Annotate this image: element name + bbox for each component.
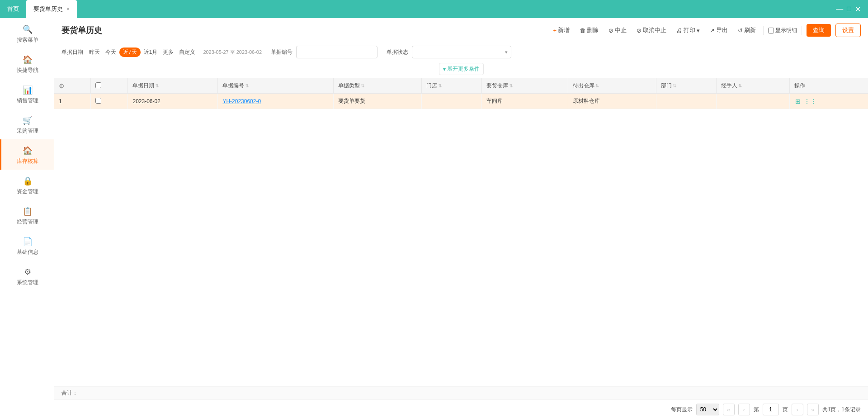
col-bill-no[interactable]: 单据编号⇅ bbox=[218, 78, 333, 94]
minimize-icon[interactable]: — bbox=[836, 5, 843, 13]
tab-close-icon[interactable]: × bbox=[66, 6, 70, 12]
row-checkbox[interactable] bbox=[95, 98, 101, 104]
table-footer: 合计： bbox=[54, 386, 868, 400]
row-more-icon[interactable]: ⋮⋮ bbox=[804, 98, 816, 105]
footer-total-label: 合计： bbox=[61, 389, 78, 397]
cell-handler bbox=[717, 94, 790, 109]
show-detail-label[interactable]: 显示明细 bbox=[768, 27, 797, 34]
sidebar-item-label: 销售管理 bbox=[17, 97, 38, 105]
query-button[interactable]: 查询 bbox=[807, 24, 831, 37]
next-page-button[interactable]: › bbox=[792, 404, 803, 415]
date-btn-1month[interactable]: 近1月 bbox=[142, 48, 160, 57]
cancel-stop-button[interactable]: ⊘ 取消中止 bbox=[634, 24, 669, 36]
sidebar-item-search-menu[interactable]: 🔍 搜索菜单 bbox=[0, 18, 54, 48]
operations-icon: 📋 bbox=[23, 206, 33, 216]
sidebar-item-system[interactable]: ⚙ 系统管理 bbox=[0, 261, 54, 291]
print-button[interactable]: 🖨 打印 ▾ bbox=[674, 24, 703, 36]
print-arrow-icon: ▾ bbox=[697, 27, 700, 34]
sidebar-item-quick-nav[interactable]: 🏠 快捷导航 bbox=[0, 48, 54, 79]
cell-wait-warehouse: 原材料仓库 bbox=[568, 94, 656, 109]
status-filter-group: 单据状态 bbox=[387, 46, 511, 58]
sidebar-item-label: 库存核算 bbox=[17, 157, 38, 165]
refresh-button[interactable]: ↺ 刷新 bbox=[735, 24, 759, 36]
col-date[interactable]: 单据日期⇅ bbox=[128, 78, 218, 94]
page-number-input[interactable] bbox=[763, 404, 779, 415]
new-label: 新增 bbox=[558, 26, 570, 34]
col-wait-warehouse[interactable]: 待出仓库⇅ bbox=[568, 78, 656, 94]
bill-no-input[interactable] bbox=[296, 46, 377, 58]
show-detail-text: 显示明细 bbox=[775, 27, 797, 34]
stop-button[interactable]: ⊘ 中止 bbox=[606, 24, 629, 36]
export-icon: ↗ bbox=[710, 27, 715, 34]
col-bill-type[interactable]: 单据类型⇅ bbox=[333, 78, 422, 94]
table-body: 1 2023-06-02 YH-20230602-0 要货单要货 车间库 原材料… bbox=[54, 94, 868, 109]
show-detail-checkbox[interactable] bbox=[768, 28, 774, 33]
delete-label: 删除 bbox=[587, 26, 599, 34]
sidebar: 🔍 搜索菜单 🏠 快捷导航 📊 销售管理 🛒 采购管理 🏠 库存核算 🔒 资金管… bbox=[0, 18, 54, 419]
refresh-icon: ↺ bbox=[738, 27, 743, 34]
bill-no-label: 单据编号 bbox=[271, 48, 292, 56]
date-btn-today[interactable]: 今天 bbox=[103, 48, 118, 57]
sidebar-item-label: 经营管理 bbox=[17, 218, 38, 226]
sidebar-item-finance[interactable]: 🔒 资金管理 bbox=[0, 170, 54, 200]
maximize-icon[interactable]: □ bbox=[847, 5, 851, 13]
col-settings[interactable]: ⚙ bbox=[54, 78, 91, 94]
page-header: 要货单历史 + 新增 🗑 删除 ⊘ 中止 ⊘ 取消中止 bbox=[54, 18, 868, 41]
date-btn-yesterday[interactable]: 昨天 bbox=[87, 48, 102, 57]
tab-bar: 首页 要货单历史 × bbox=[0, 0, 836, 18]
date-btn-custom[interactable]: 自定义 bbox=[177, 48, 198, 57]
date-btn-7days[interactable]: 近7天 bbox=[119, 48, 141, 57]
refresh-label: 刷新 bbox=[744, 26, 756, 34]
sidebar-item-operations[interactable]: 📋 经营管理 bbox=[0, 200, 54, 230]
col-action: 操作 bbox=[789, 78, 868, 94]
total-records-text: 共1页，1条记录 bbox=[822, 406, 861, 414]
print-icon: 🖨 bbox=[676, 27, 682, 34]
sidebar-item-sales[interactable]: 📊 销售管理 bbox=[0, 79, 54, 109]
bill-no-link[interactable]: YH-20230602-0 bbox=[222, 98, 261, 105]
prev-page-button[interactable]: ‹ bbox=[738, 404, 750, 415]
page-title: 要货单历史 bbox=[61, 25, 102, 36]
settings-button[interactable]: 设置 bbox=[835, 24, 861, 37]
delete-button[interactable]: 🗑 删除 bbox=[577, 24, 601, 36]
new-button[interactable]: + 新增 bbox=[550, 24, 572, 36]
last-page-button[interactable]: » bbox=[807, 404, 819, 415]
col-dept[interactable]: 部门⇅ bbox=[656, 78, 717, 94]
tab-home[interactable]: 首页 bbox=[0, 0, 26, 18]
cell-checkbox bbox=[91, 94, 128, 109]
sidebar-item-inventory[interactable]: 🏠 库存核算 bbox=[0, 139, 54, 170]
expand-conditions-button[interactable]: ▾ 展开更多条件 bbox=[439, 63, 484, 75]
filter-row: 单据日期 昨天 今天 近7天 近1月 更多 自定义 2023-05-27 至 2… bbox=[61, 46, 861, 58]
content-area: 要货单历史 + 新增 🗑 删除 ⊘ 中止 ⊘ 取消中止 bbox=[54, 18, 868, 419]
settings-label: 设置 bbox=[842, 26, 854, 34]
close-icon[interactable]: ✕ bbox=[855, 5, 861, 14]
per-page-select[interactable]: 50 100 200 bbox=[696, 404, 719, 415]
col-handler[interactable]: 经手人⇅ bbox=[717, 78, 790, 94]
main-layout: 🔍 搜索菜单 🏠 快捷导航 📊 销售管理 🛒 采购管理 🏠 库存核算 🔒 资金管… bbox=[0, 18, 868, 419]
cell-no: 1 bbox=[54, 94, 91, 109]
sidebar-item-label: 快捷导航 bbox=[17, 67, 38, 74]
row-view-icon[interactable]: ⊞ bbox=[795, 98, 801, 105]
cell-action: ⊞ ⋮⋮ bbox=[789, 94, 868, 109]
sidebar-item-label: 采购管理 bbox=[17, 127, 38, 135]
system-icon: ⚙ bbox=[24, 267, 31, 277]
quick-nav-icon: 🏠 bbox=[23, 55, 33, 65]
date-range-text: 2023-05-27 至 2023-06-02 bbox=[203, 49, 262, 56]
export-button[interactable]: ↗ 导出 bbox=[707, 24, 731, 36]
select-all-checkbox[interactable] bbox=[95, 82, 101, 88]
stop-label: 中止 bbox=[615, 26, 627, 34]
data-table-wrap: ⚙ 单据日期⇅ 单据编号⇅ 单据类型⇅ 门店⇅ bbox=[54, 78, 868, 386]
sales-icon: 📊 bbox=[23, 85, 33, 95]
col-req-warehouse[interactable]: 要货仓库⇅ bbox=[482, 78, 568, 94]
pagination-bar: 每页显示 50 100 200 « ‹ 第 页 › » 共1页，1条记录 bbox=[54, 400, 868, 419]
stop-icon: ⊘ bbox=[609, 27, 613, 34]
date-btn-more[interactable]: 更多 bbox=[160, 48, 176, 57]
tab-requisition-label: 要货单历史 bbox=[33, 5, 63, 13]
col-store[interactable]: 门店⇅ bbox=[422, 78, 482, 94]
bill-no-filter-group: 单据编号 bbox=[271, 46, 377, 58]
sidebar-item-basic-info[interactable]: 📄 基础信息 bbox=[0, 230, 54, 261]
page-label-post: 页 bbox=[783, 406, 788, 414]
first-page-button[interactable]: « bbox=[723, 404, 735, 415]
status-select[interactable] bbox=[412, 46, 511, 58]
sidebar-item-purchase[interactable]: 🛒 采购管理 bbox=[0, 109, 54, 139]
tab-requisition-history[interactable]: 要货单历史 × bbox=[26, 0, 77, 18]
